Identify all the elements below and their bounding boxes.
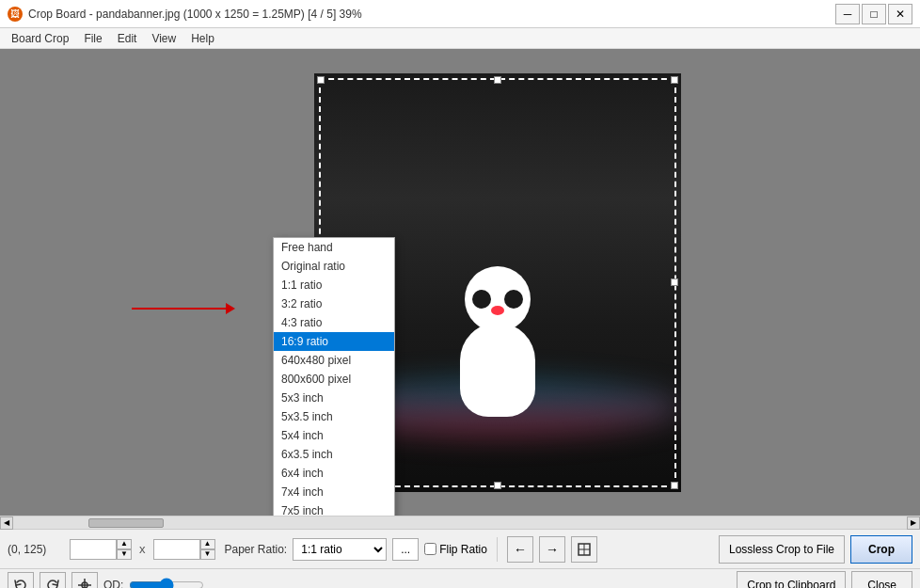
height-up-btn[interactable]: ▲ bbox=[200, 539, 215, 549]
scrollbar-horizontal[interactable]: ◀ ▶ bbox=[0, 516, 920, 529]
height-down-btn[interactable]: ▼ bbox=[200, 549, 215, 560]
lossless-crop-button[interactable]: Lossless Crop to File bbox=[719, 535, 845, 564]
minimize-button[interactable]: ─ bbox=[835, 4, 860, 24]
ratio-option-6x4inch[interactable]: 6x4 inch bbox=[274, 464, 394, 483]
od-slider[interactable] bbox=[129, 578, 204, 588]
arrow-left-btn[interactable]: ← bbox=[507, 536, 533, 563]
canvas-area[interactable]: Free hand Original ratio 1:1 ratio 3:2 r… bbox=[0, 49, 920, 516]
panda-body bbox=[460, 323, 535, 417]
close-window-button[interactable]: ✕ bbox=[888, 4, 912, 24]
ratio-option-7x4inch[interactable]: 7x4 inch bbox=[274, 483, 394, 501]
ratio-option-640x480[interactable]: 640x480 pixel bbox=[274, 351, 394, 370]
toolbar-separator-1 bbox=[497, 537, 498, 562]
od-slider-container bbox=[129, 578, 204, 588]
second-toolbar: OD: Crop to Clipboard Close bbox=[0, 568, 920, 588]
window-controls: ─ □ ✕ bbox=[835, 4, 912, 24]
ratio-option-original[interactable]: Original ratio bbox=[274, 257, 394, 276]
ratio-option-16-9[interactable]: 16:9 ratio bbox=[274, 332, 394, 351]
app-icon: 🖼 bbox=[8, 7, 23, 22]
menu-item-view[interactable]: View bbox=[144, 30, 183, 47]
dimension-separator: x bbox=[139, 542, 146, 556]
ratio-dropdown-menu: Free hand Original ratio 1:1 ratio 3:2 r… bbox=[273, 237, 395, 516]
ratio-option-4-3[interactable]: 4:3 ratio bbox=[274, 313, 394, 332]
ratio-option-800x600[interactable]: 800x600 pixel bbox=[274, 370, 394, 389]
rotate-left-button[interactable] bbox=[8, 572, 34, 588]
main-canvas-area: Free hand Original ratio 1:1 ratio 3:2 r… bbox=[0, 49, 920, 516]
crop-button[interactable]: Crop bbox=[850, 535, 912, 564]
height-spinbox: 1000 ▲ ▼ bbox=[153, 539, 215, 560]
panda-scene bbox=[422, 247, 573, 417]
crop-frame-btn[interactable] bbox=[571, 536, 597, 563]
paper-ratio-select[interactable]: 1:1 ratio Free hand Original ratio 3:2 r… bbox=[293, 538, 387, 561]
title-bar: 🖼 Crop Board - pandabanner.jpg (1000 x 1… bbox=[0, 0, 920, 28]
bottom-toolbar: (0, 125) 1000 ▲ ▼ x 1000 ▲ ▼ Paper Ratio… bbox=[0, 529, 920, 568]
flip-ratio-label: Flip Ratio bbox=[439, 543, 487, 556]
width-up-btn[interactable]: ▲ bbox=[117, 539, 132, 549]
close-button[interactable]: Close bbox=[851, 571, 912, 588]
ratio-option-3-2[interactable]: 3:2 ratio bbox=[274, 294, 394, 313]
title-text: Crop Board - pandabanner.jpg (1000 x 125… bbox=[28, 8, 362, 21]
ratio-option-5x35inch[interactable]: 5x3.5 inch bbox=[274, 407, 394, 426]
menu-item-edit[interactable]: Edit bbox=[110, 30, 145, 47]
ratio-option-5x4inch[interactable]: 5x4 inch bbox=[274, 426, 394, 445]
width-input[interactable]: 1000 bbox=[70, 539, 117, 560]
menu-bar: Board Crop File Edit View Help bbox=[0, 28, 920, 49]
ratio-option-1-1[interactable]: 1:1 ratio bbox=[274, 276, 394, 294]
coordinate-display: (0, 125) bbox=[8, 543, 64, 556]
scroll-right-arrow[interactable]: ▶ bbox=[907, 516, 920, 530]
menu-item-file[interactable]: File bbox=[76, 30, 109, 47]
crop-to-clipboard-button[interactable]: Crop to Clipboard bbox=[737, 571, 846, 588]
ratio-option-7x5inch[interactable]: 7x5 inch bbox=[274, 501, 394, 516]
flip-ratio-checkbox[interactable] bbox=[424, 543, 436, 555]
panda-nose bbox=[491, 306, 504, 315]
arrow-head bbox=[226, 303, 235, 314]
ratio-option-5x3inch[interactable]: 5x3 inch bbox=[274, 389, 394, 407]
width-down-btn[interactable]: ▼ bbox=[117, 549, 132, 560]
scroll-left-arrow[interactable]: ◀ bbox=[0, 516, 13, 530]
ratio-option-freehand[interactable]: Free hand bbox=[274, 238, 394, 257]
arrow-indicator bbox=[132, 303, 235, 314]
menu-item-help[interactable]: Help bbox=[183, 30, 222, 47]
scrollbar-thumb[interactable] bbox=[88, 518, 164, 528]
rotate-right-button[interactable] bbox=[40, 572, 66, 588]
panda-eye-left bbox=[472, 290, 491, 309]
center-crop-button[interactable] bbox=[71, 572, 98, 588]
flip-ratio-checkbox-area: Flip Ratio bbox=[424, 543, 487, 556]
od-label: OD: bbox=[103, 579, 123, 588]
menu-item-boardcrop[interactable]: Board Crop bbox=[4, 30, 76, 47]
height-input[interactable]: 1000 bbox=[153, 539, 200, 560]
panda-eye-right bbox=[504, 290, 523, 309]
ratio-option-6x35inch[interactable]: 6x3.5 inch bbox=[274, 445, 394, 464]
width-spinbox: 1000 ▲ ▼ bbox=[70, 539, 132, 560]
maximize-button[interactable]: □ bbox=[862, 4, 886, 24]
more-options-button[interactable]: ... bbox=[392, 538, 419, 561]
arrow-line bbox=[132, 308, 226, 310]
paper-ratio-label: Paper Ratio: bbox=[225, 543, 288, 556]
arrow-right-btn[interactable]: → bbox=[539, 536, 565, 563]
